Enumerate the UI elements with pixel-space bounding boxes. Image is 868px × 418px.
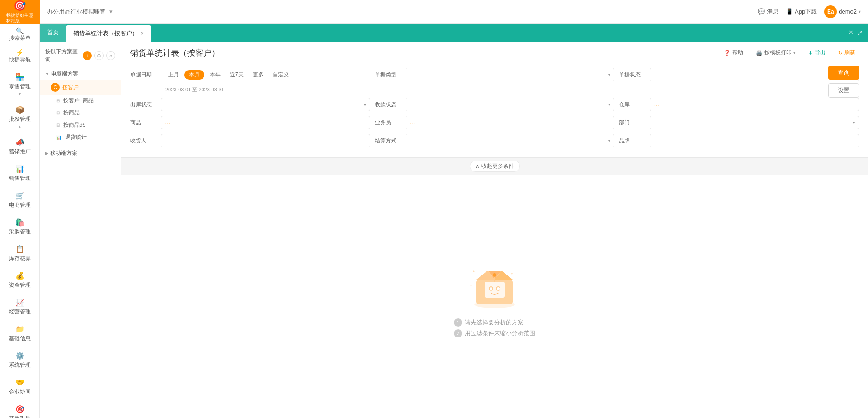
collapse-bar: ∧ 收起更多条件 <box>121 158 868 175</box>
right-panel: 销货单统计表（按客户） ❓ 帮助 🖨️ 按模板打印 ▾ ⬇ 导出 <box>121 42 868 418</box>
desktop-group: ▼ 电脑端方案 C 按客户 ⊞ 按客户+商品 ⊞ 按商品 ⊞ 按商品99 <box>40 66 121 145</box>
consignee-input[interactable]: … <box>161 134 370 147</box>
settings-scheme-btn[interactable]: ⚙ <box>94 51 104 60</box>
print-btn[interactable]: 🖨️ 按模板打印 ▾ <box>752 47 799 58</box>
custom-tab[interactable]: 自定义 <box>269 70 292 80</box>
payment-method-select[interactable]: ▾ <box>406 134 615 147</box>
sidebar-item-wholesale[interactable]: 📦 批发管理 ▲ <box>0 101 39 133</box>
order-status-select[interactable]: ▾ <box>650 68 859 81</box>
sidebar-item-system[interactable]: ⚙️ 系统管理 <box>0 347 39 374</box>
payment-method-cell: 结算方式 ▾ <box>375 134 615 147</box>
by-customer-goods-label: 按客户+商品 <box>63 97 94 104</box>
sidebar-item-finance[interactable]: 💰 资金管理 <box>0 267 39 294</box>
sidebar-search[interactable]: 🔍 搜索菜单 <box>0 24 39 46</box>
app-download-btn[interactable]: 📱 App下载 <box>786 8 817 16</box>
collapse-btn[interactable]: ∧ 收起更多条件 <box>470 161 520 172</box>
sidebar-item-guide[interactable]: 🎯 新手引导 <box>0 400 39 418</box>
sidebar-item-inventory[interactable]: 📋 库存核算 <box>0 240 39 267</box>
main-area: 办公用品行业模拟账套 ▾ 💬 消息 📱 App下载 Ea demo2 ▾ 首页 … <box>40 0 868 418</box>
avatar: Ea <box>824 5 837 18</box>
sidebar-item-retail[interactable]: 🏪 零售管理 ▼ <box>0 68 39 101</box>
goods-label: 商品 <box>130 119 157 127</box>
7days-tab[interactable]: 近7天 <box>226 70 247 80</box>
tab-sales-stats[interactable]: 销货单统计表（按客户） × <box>66 25 151 42</box>
payment-select[interactable]: ▾ <box>406 98 615 111</box>
salesperson-input[interactable]: … <box>406 116 615 129</box>
help-icon: ❓ <box>724 50 731 56</box>
return-indent: 📊 <box>56 135 61 140</box>
desktop-group-header[interactable]: ▼ 电脑端方案 <box>40 68 121 80</box>
sidebar-item-collab[interactable]: 🤝 企业协同 <box>0 374 39 400</box>
sidebar-item-sales[interactable]: 📊 销售管理 <box>0 160 39 187</box>
payment-cell: 收款状态 ▾ <box>375 98 615 111</box>
app-logo: 🎯 畅捷信好生意 标准版 <box>0 0 40 24</box>
guide-icon: 🎯 <box>15 405 24 413</box>
collapse-chevron-icon: ∧ <box>476 163 480 170</box>
salesperson-dots: … <box>410 119 415 126</box>
messages-btn[interactable]: 💬 消息 <box>758 8 778 16</box>
tab-close-icon[interactable]: × <box>141 30 144 37</box>
goods-indent: ⊞ <box>56 110 60 115</box>
refresh-btn[interactable]: ↻ 刷新 <box>835 47 859 58</box>
goods-cell: 商品 … <box>130 116 370 129</box>
order-type-select[interactable]: ▾ <box>406 68 615 81</box>
filter-area: 单据日期 上月 本月 本年 近7天 更多 自定义 <box>121 62 868 158</box>
empty-hint-1: 1 请先选择要分析的方案 <box>454 318 535 327</box>
department-select[interactable]: ▾ <box>650 116 859 129</box>
tree-item-by-customer-goods[interactable]: ⊞ 按客户+商品 <box>40 95 121 107</box>
content-area: 按以下方案查询 + ⚙ « ▼ 电脑端方案 C 按客户 ⊞ <box>40 42 868 418</box>
header-right: 💬 消息 📱 App下载 Ea demo2 ▾ <box>758 5 861 18</box>
dropdown-icon[interactable]: ▾ <box>109 8 113 15</box>
brand-input[interactable]: … <box>650 134 859 147</box>
tree-item-by-goods-99[interactable]: ⊞ 按商品99 <box>40 119 121 131</box>
more-tab[interactable]: 更多 <box>249 70 267 80</box>
empty-state: ✦ ✦ ✦ 1 请先选择要分析的方案 2 用过滤条件来缩小分析范围 <box>121 175 868 418</box>
hint-2-label: 用过滤条件来缩小分析范围 <box>465 329 535 337</box>
tree-item-return-stats[interactable]: 📊 退货统计 <box>40 131 121 143</box>
warehouse-cell: 仓库 … <box>619 98 859 111</box>
sidebar-item-marketing[interactable]: 📣 营销推广 <box>0 133 39 160</box>
order-status-label: 单据状态 <box>619 71 646 79</box>
sidebar-item-purchase[interactable]: 🛍️ 采购管理 <box>0 214 39 240</box>
logo-text: 畅捷信好生意 标准版 <box>6 13 33 24</box>
help-btn[interactable]: ❓ 帮助 <box>720 47 747 58</box>
salesperson-cell: 业务员 … <box>375 116 615 129</box>
page-actions: ❓ 帮助 🖨️ 按模板打印 ▾ ⬇ 导出 ↻ 刷新 <box>720 47 859 58</box>
warehouse-input[interactable]: … <box>650 98 859 111</box>
print-icon: 🖨️ <box>756 50 763 56</box>
add-scheme-btn[interactable]: + <box>83 51 92 60</box>
this-year-tab[interactable]: 本年 <box>206 70 224 80</box>
prev-month-tab[interactable]: 上月 <box>165 70 183 80</box>
user-profile[interactable]: Ea demo2 ▾ <box>824 5 861 18</box>
this-month-tab[interactable]: 本月 <box>184 70 204 80</box>
sidebar-item-ecom[interactable]: 🛒 电商管理 <box>0 187 39 214</box>
tree-item-by-customer[interactable]: C 按客户 <box>40 80 121 95</box>
system-icon: ⚙️ <box>15 352 24 360</box>
date-filter-cell: 单据日期 上月 本月 本年 近7天 更多 自定义 <box>130 68 370 81</box>
window-expand-btn[interactable]: ⤢ <box>857 28 863 37</box>
sidebar-item-basic[interactable]: 📁 基础信息 <box>0 320 39 347</box>
svg-text:✦: ✦ <box>470 284 472 287</box>
shipping-label: 出库状态 <box>130 101 157 109</box>
tab-home[interactable]: 首页 <box>40 24 66 42</box>
inventory-icon: 📋 <box>15 245 24 253</box>
window-close-btn[interactable]: × <box>849 28 853 37</box>
date-tabs: 上月 本月 本年 近7天 更多 自定义 <box>165 70 292 80</box>
basic-icon: 📁 <box>15 325 24 333</box>
collapse-panel-btn[interactable]: « <box>106 51 115 60</box>
svg-text:✦: ✦ <box>510 272 514 276</box>
home-tab-label: 首页 <box>47 28 59 37</box>
sidebar-item-ops[interactable]: 📈 经营管理 <box>0 294 39 320</box>
return-stats-label: 退货统计 <box>65 133 87 141</box>
by-customer-label: 按客户 <box>62 84 79 91</box>
tree-item-by-goods[interactable]: ⊞ 按商品 <box>40 107 121 119</box>
mobile-group-header[interactable]: ▶ 移动端方案 <box>40 147 121 159</box>
collapse-btn-label: 收起更多条件 <box>481 162 514 170</box>
wholesale-icon: 📦 <box>15 105 24 114</box>
goods-input[interactable]: … <box>161 116 370 129</box>
sidebar-quick-nav[interactable]: ⚡ 快捷导航 <box>0 46 39 66</box>
export-btn[interactable]: ⬇ 导出 <box>805 47 829 58</box>
shipping-select[interactable]: ▾ <box>161 98 370 111</box>
empty-svg: ✦ ✦ ✦ <box>463 252 526 311</box>
brand-label: 品牌 <box>619 137 646 145</box>
